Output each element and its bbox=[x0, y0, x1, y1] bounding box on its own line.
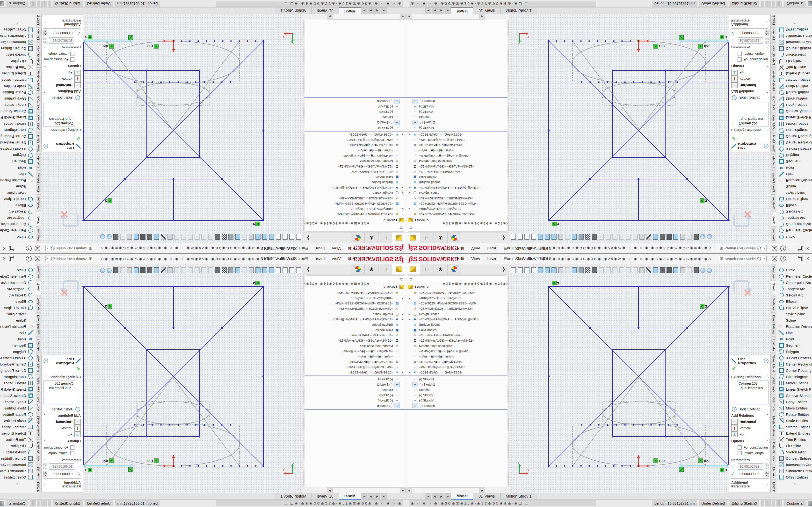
tool-button[interactable]: Circle bbox=[0, 234, 35, 240]
tool-button[interactable]: Circular Sketch Pattern bbox=[0, 108, 35, 115]
tree-item[interactable]: ▶ A ○25ИN◎◦⊕А⊕◎ИNА○◦○АNИ◎⊕◦◎ИN25○ bbox=[305, 185, 406, 190]
tool-button[interactable]: Rotate Entities bbox=[777, 411, 812, 417]
more-tools-icon[interactable]: » bbox=[0, 21, 35, 25]
restore-button[interactable] bbox=[10, 246, 14, 250]
existing-relations-header[interactable]: Existing Relations⌃ bbox=[44, 375, 81, 379]
cancel-sketch-icon[interactable]: ✕ bbox=[743, 288, 752, 298]
tool-button[interactable]: 3 Point Arc bbox=[0, 209, 35, 215]
commandmanager-tab[interactable]: Data Migration bbox=[771, 440, 776, 465]
angle-spinner[interactable]: ▲▼ bbox=[765, 30, 768, 36]
tree-item[interactable]: ▶ ◔ ○ЛЖ◎⊕25◦З○◦○З◦52⊕◎ЖЛ○ bbox=[406, 207, 507, 212]
close-button[interactable]: × bbox=[3, 256, 6, 261]
tree-item[interactable]: ▣ Solid Bodies bbox=[406, 175, 507, 180]
tree-item[interactable]: ◈ Surface Bodies bbox=[305, 322, 406, 327]
tree-item[interactable]: ▶ ▢ Design Binder bbox=[406, 311, 507, 317]
panel-splitter[interactable] bbox=[303, 264, 305, 487]
relation-item[interactable]: Collinear108 bbox=[45, 121, 73, 126]
option-row[interactable]: Infinite length bbox=[738, 450, 768, 456]
account-icon[interactable] bbox=[772, 256, 777, 262]
tool-button[interactable]: Style Spline bbox=[0, 190, 35, 196]
add-relation-button[interactable]: ⚓Fix bbox=[731, 70, 768, 75]
tree-item-sketch[interactable]: ⌐ (-) Sketch2 bbox=[305, 120, 406, 125]
commandmanager-tab[interactable]: Sketch bbox=[36, 211, 41, 226]
search-box[interactable]: ▣ Search CAD Models ▾ bbox=[719, 245, 767, 252]
tool-button[interactable]: Ellipse bbox=[777, 203, 812, 209]
tool-button[interactable]: Scale Entities bbox=[777, 417, 812, 424]
tree-item[interactable]: ▱ ○·◎⊕○*◉|○◦○|◉*○⊕◎·○ bbox=[406, 148, 507, 153]
tool-button[interactable]: Intersection Curve bbox=[0, 461, 35, 468]
tool-button[interactable]: Corner Rectangle bbox=[777, 133, 812, 140]
dimension-109-a[interactable]: =109 bbox=[654, 458, 665, 463]
tool-button[interactable]: Convert Entities bbox=[777, 455, 812, 461]
tree-item[interactable]: ◕ ○25Ж◎25ИЗЄ25○◦○25ЄЗИ52◎Ж52○ bbox=[406, 306, 507, 311]
tool-button[interactable]: Offset Entities bbox=[777, 27, 812, 33]
tree-item-sketch[interactable]: ⌐ (-) Sketch6 bbox=[406, 99, 507, 104]
tool-button[interactable]: Equation Driven Curve bbox=[0, 177, 35, 184]
tree-item[interactable]: ▶ A ○25ИN◎◦⊕А⊕◎ИNА○◦○АNИ◎⊕◦◎ИN25○ bbox=[406, 317, 507, 322]
tool-button[interactable]: Circle bbox=[0, 267, 35, 273]
add-relations-header[interactable]: Add Relations⌃ bbox=[731, 90, 768, 94]
tree-item-sketch[interactable]: ⌐ (-) Sketch5 bbox=[406, 109, 507, 115]
tree-item[interactable]: ▱ ○·◎⊕○*◉|○◦○|◉*○⊕◎·○ bbox=[406, 354, 507, 359]
expand-arrow-icon[interactable]: ▶ bbox=[400, 313, 403, 315]
tab-nav-icon[interactable]: ▶ bbox=[367, 493, 374, 500]
manager-expand-icon[interactable]: ❯ bbox=[502, 267, 507, 272]
tab-nav-icon[interactable]: ◀ bbox=[374, 493, 380, 500]
document-tab[interactable]: Motion Study 1 bbox=[501, 493, 537, 500]
relation-badge-3-br[interactable]: ⊘3 bbox=[720, 35, 727, 39]
options-header[interactable]: Options⌃ bbox=[731, 64, 768, 68]
scroll-left-icon[interactable]: ◀ bbox=[400, 488, 406, 493]
tree-item-sketch[interactable]: ⌐ (-) Sketch2 bbox=[406, 120, 507, 125]
tool-button[interactable]: Center Rectangle bbox=[0, 140, 35, 146]
relation-badge-3-tr[interactable]: ⊘3 bbox=[105, 304, 112, 308]
tool-button[interactable]: Corner Rectangle bbox=[777, 367, 812, 374]
tool-button[interactable]: 3 Point Arc bbox=[777, 209, 812, 215]
tool-button[interactable]: Segment bbox=[0, 159, 35, 165]
panel-help-icon[interactable]: ? bbox=[44, 144, 48, 149]
tool-button[interactable]: Line bbox=[777, 171, 812, 177]
tool-button[interactable]: Ellipse bbox=[0, 298, 35, 304]
search-dropdown-icon[interactable]: ▾ bbox=[763, 247, 765, 250]
relations-listbox[interactable]: Collinear108Equal length109 bbox=[737, 103, 768, 127]
relation-item[interactable]: Collinear108 bbox=[45, 381, 73, 386]
additional-parameters-header[interactable]: Additional Parameters⌄ bbox=[44, 19, 81, 26]
expand-arrow-icon[interactable]: ▶ bbox=[400, 371, 403, 374]
dimension-109-b[interactable]: =109 bbox=[103, 458, 114, 463]
rollback-bar[interactable] bbox=[305, 97, 406, 98]
tool-button[interactable]: Stretch Entities bbox=[0, 424, 35, 430]
commandmanager-tab[interactable]: Evaluate bbox=[771, 154, 776, 171]
more-tools-icon[interactable]: » bbox=[777, 482, 812, 486]
tree-item-sketch[interactable]: ⌐ (-) Sketch6 bbox=[406, 403, 507, 408]
tool-button[interactable]: Trim Entities bbox=[777, 64, 812, 71]
document-tab[interactable]: Motion Study 1 bbox=[275, 7, 312, 14]
angle-field[interactable]: 0.00000000° bbox=[738, 30, 763, 36]
help-icon[interactable]: ? bbox=[780, 256, 786, 262]
tree-item[interactable]: ▶ ◔ ○ЛЖ◎⊕25◦З○◦○З◦52⊕◎ЖЛ○ bbox=[406, 295, 507, 300]
tool-button[interactable]: Mirror Entities bbox=[0, 380, 35, 386]
parameters-header[interactable]: Parameters⌃ bbox=[44, 458, 81, 462]
tool-button[interactable]: Rotate Entities bbox=[777, 90, 812, 96]
restore-button[interactable] bbox=[798, 246, 802, 250]
add-relation-button[interactable]: |Vertical bbox=[731, 76, 768, 82]
tree-item[interactable]: ▶ ▼ ○25ЗЄИNАΩ·○◦○·ΩАNИЄЗ52○ bbox=[305, 132, 406, 137]
commandmanager-tab[interactable]: Mold Tools bbox=[771, 93, 776, 113]
tool-button[interactable]: Convert Entities bbox=[777, 46, 812, 52]
checkbox[interactable] bbox=[738, 451, 742, 455]
relation-badge-3-br[interactable]: ⊘3 bbox=[720, 468, 727, 472]
tool-button[interactable]: 3 Point Arc bbox=[0, 292, 35, 298]
tool-button[interactable]: Corner Rectangle bbox=[0, 367, 35, 374]
panel-handle[interactable] bbox=[457, 240, 459, 242]
tree-item[interactable]: ▱ ○·◎⊕○*◉|○◦○|◉*○⊕◎·○ bbox=[305, 354, 406, 359]
tree-item[interactable]: ▶ ▢ Design Binder bbox=[305, 311, 406, 317]
tree-item[interactable]: ★ ○25ЗЄ⊕◦Ж◎ЛАФ○◦○ФАЛ◎Ж◦⊕ЄЗ52○ bbox=[305, 290, 406, 295]
option-row[interactable]: Infinite length bbox=[44, 450, 74, 456]
tree-item[interactable]: ▥ ○25⊕ЗЄ25○ИN◎◦⊕ЭСЗЄИЗЄ25○◦◎ИN○ bbox=[406, 300, 507, 306]
tree-horizontal-scrollbar[interactable]: ◀ ▶ bbox=[327, 488, 406, 493]
tree-item-sketch[interactable]: ⌐ (-) Sketch4 bbox=[406, 398, 507, 403]
tree-item[interactable]: ▥ ○25⊕ЗЄ25○ИN◎◦⊕ЭСЗЄИЗЄ25○◦◎ИN○ bbox=[305, 201, 406, 207]
tool-button[interactable]: 3 Point Center Recta... bbox=[777, 355, 812, 361]
tool-button[interactable]: Equation Driven Curve bbox=[0, 323, 35, 330]
options-header[interactable]: Options⌃ bbox=[731, 439, 768, 443]
length-spinner[interactable]: ▲▼ bbox=[44, 463, 47, 469]
document-tab[interactable]: 3D Views bbox=[311, 493, 339, 500]
